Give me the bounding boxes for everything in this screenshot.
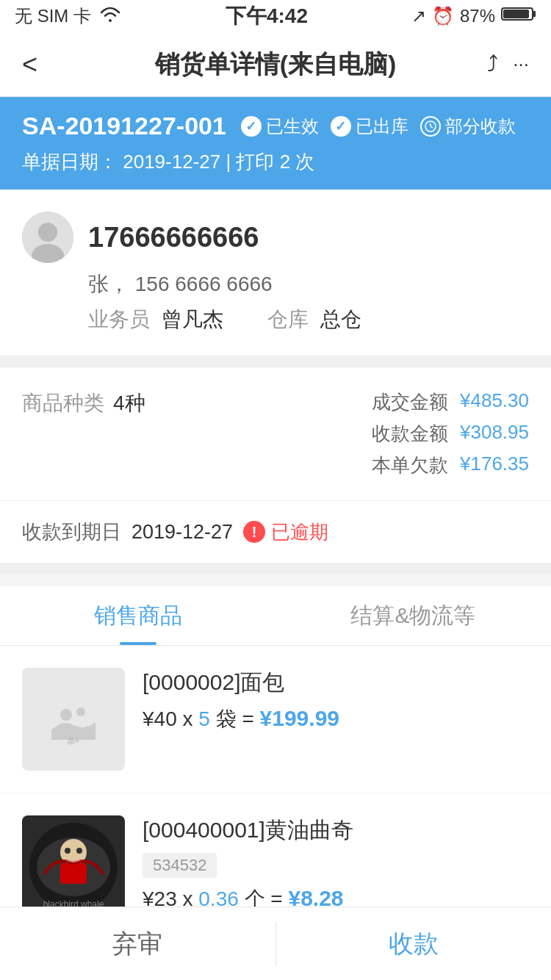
due-date-value: 2019-12-27 bbox=[132, 521, 233, 544]
category-count: 4种 bbox=[113, 389, 145, 417]
check-icon-2: ✓ bbox=[331, 116, 351, 137]
svg-point-10 bbox=[60, 709, 72, 721]
tab-settlement[interactable]: 结算&物流等 bbox=[276, 586, 551, 645]
summary-left: 商品种类 4种 bbox=[22, 389, 145, 417]
svg-line-5 bbox=[431, 126, 433, 128]
collect-payment-button[interactable]: 收款 bbox=[276, 907, 552, 980]
warehouse-info: 仓库 总仓 bbox=[267, 306, 361, 334]
product-image-placeholder-1: 晶+ bbox=[22, 668, 125, 771]
status-left: 无 SIM 卡 bbox=[15, 4, 122, 28]
customer-meta: 业务员 曾凡杰 仓库 总仓 bbox=[88, 306, 529, 334]
share-button[interactable]: ⤴ bbox=[487, 52, 498, 77]
debt-amount-row: 本单欠款 ¥176.35 bbox=[372, 453, 529, 478]
battery-label: 87% bbox=[460, 6, 495, 26]
product-name-2: [000400001]黄油曲奇 bbox=[143, 815, 529, 846]
svg-point-7 bbox=[38, 223, 57, 242]
product-price-1: ¥40 x 5 袋 = ¥199.99 bbox=[143, 705, 339, 733]
order-date: 2019-12-27 bbox=[123, 151, 220, 173]
carrier-label: 无 SIM 卡 bbox=[15, 4, 91, 28]
status-badge-1: ✓ 已生效 bbox=[241, 115, 319, 138]
more-button[interactable]: ··· bbox=[513, 53, 529, 76]
divider-1 bbox=[0, 356, 551, 367]
check-icon-1: ✓ bbox=[241, 116, 262, 137]
due-label: 收款到期日 bbox=[22, 519, 121, 545]
overdue-badge: ! 已逾期 bbox=[243, 519, 328, 545]
status-label-1: 已生效 bbox=[266, 115, 319, 138]
svg-point-19 bbox=[76, 848, 82, 854]
product-name-1: [0000002]面包 bbox=[143, 668, 529, 698]
debt-label: 本单欠款 bbox=[372, 453, 448, 478]
product-image-2: blackbird whale bbox=[22, 815, 125, 918]
svg-rect-17 bbox=[60, 863, 87, 884]
divider-2 bbox=[0, 563, 551, 574]
category-label: 商品种类 bbox=[22, 389, 104, 417]
collect-payment-label: 收款 bbox=[389, 927, 439, 961]
salesman-value: 曾凡杰 bbox=[162, 308, 223, 331]
nav-right-icons: ⤴ ··· bbox=[485, 52, 529, 77]
product-info-1: [0000002]面包 ¥40 x 5 袋 = ¥199.99 bbox=[143, 668, 529, 733]
customer-info: 张， 156 6666 6666 bbox=[88, 270, 529, 298]
bottom-bar: 弃审 收款 bbox=[0, 907, 551, 980]
print-info: | 打印 2 次 bbox=[226, 151, 314, 173]
clock-icon bbox=[420, 116, 441, 137]
abandon-review-button[interactable]: 弃审 bbox=[0, 907, 276, 980]
summary-row: 商品种类 4种 成交金额 ¥485.30 收款金额 ¥308.95 本单欠款 ¥… bbox=[22, 389, 529, 478]
debt-amount-value: ¥176.35 bbox=[460, 453, 529, 478]
customer-avatar bbox=[22, 212, 73, 263]
svg-text:晶+: 晶+ bbox=[68, 737, 79, 745]
status-badges: ✓ 已生效 ✓ 已出库 部分收款 bbox=[241, 115, 516, 138]
nav-bar: < 销货单详情(来自电脑) ⤴ ··· bbox=[0, 32, 551, 97]
warehouse-label: 仓库 bbox=[267, 308, 309, 331]
customer-top: 17666666666 bbox=[22, 212, 529, 263]
status-badge-2: ✓ 已出库 bbox=[331, 115, 408, 138]
customer-tel: 156 6666 6666 bbox=[135, 273, 273, 295]
product-price-row-1: ¥40 x 5 袋 = ¥199.99 bbox=[143, 705, 529, 733]
salesman-label: 业务员 bbox=[88, 308, 150, 331]
summary-right: 成交金额 ¥485.30 收款金额 ¥308.95 本单欠款 ¥176.35 bbox=[372, 389, 529, 478]
customer-section: 17666666666 张， 156 6666 6666 业务员 曾凡杰 仓库 … bbox=[0, 190, 551, 356]
deal-amount-label: 成交金额 bbox=[372, 389, 448, 415]
status-time: 下午4:42 bbox=[226, 2, 308, 30]
tabs: 销售商品 结算&物流等 bbox=[0, 586, 551, 645]
tabs-section: 销售商品 结算&物流等 bbox=[0, 586, 551, 646]
status-badge-3: 部分收款 bbox=[420, 115, 516, 138]
summary-section: 商品种类 4种 成交金额 ¥485.30 收款金额 ¥308.95 本单欠款 ¥… bbox=[0, 367, 551, 500]
abandon-review-label: 弃审 bbox=[112, 927, 162, 961]
product-badge-2: 534532 bbox=[143, 853, 217, 878]
order-id: SA-20191227-001 bbox=[22, 112, 226, 140]
alarm-icon: ⏰ bbox=[432, 6, 454, 26]
date-label: 单据日期： bbox=[22, 151, 118, 173]
status-bar: 无 SIM 卡 下午4:42 ↗ ⏰ 87% bbox=[0, 0, 551, 32]
svg-point-11 bbox=[76, 707, 85, 716]
status-label-3: 部分收款 bbox=[445, 115, 516, 138]
product-item-1: 晶+ [0000002]面包 ¥40 x 5 袋 = ¥199.99 bbox=[0, 646, 551, 793]
overdue-label: 已逾期 bbox=[271, 519, 328, 545]
product-list: 晶+ [0000002]面包 ¥40 x 5 袋 = ¥199.99 bbox=[0, 646, 551, 941]
product-image-1: 晶+ bbox=[22, 668, 125, 771]
svg-point-18 bbox=[65, 848, 71, 854]
tab-sales-products[interactable]: 销售商品 bbox=[0, 586, 276, 645]
warehouse-value: 总仓 bbox=[320, 308, 361, 331]
back-icon[interactable]: < bbox=[22, 49, 37, 80]
salesman-info: 业务员 曾凡杰 bbox=[88, 306, 223, 334]
product-total-1: ¥199.99 bbox=[260, 706, 339, 730]
battery-icon bbox=[501, 6, 536, 26]
banner-date: 单据日期： 2019-12-27 | 打印 2 次 bbox=[22, 149, 529, 175]
location-icon: ↗ bbox=[411, 6, 426, 26]
page-title: 销货单详情(来自电脑) bbox=[66, 48, 485, 82]
deal-amount-value: ¥485.30 bbox=[460, 389, 529, 415]
svg-rect-1 bbox=[533, 11, 536, 17]
due-section: 收款到期日 2019-12-27 ! 已逾期 bbox=[0, 500, 551, 563]
customer-phone: 17666666666 bbox=[88, 222, 259, 253]
back-button[interactable]: < bbox=[22, 49, 66, 80]
received-amount-value: ¥308.95 bbox=[460, 421, 529, 447]
status-label-2: 已出库 bbox=[356, 115, 408, 138]
tab-label-1: 结算&物流等 bbox=[350, 601, 475, 631]
status-right: ↗ ⏰ 87% bbox=[411, 6, 536, 26]
received-amount-row: 收款金额 ¥308.95 bbox=[372, 421, 529, 447]
received-label: 收款金额 bbox=[372, 421, 448, 447]
customer-name-text: 张 bbox=[88, 273, 109, 295]
wifi-icon bbox=[98, 6, 122, 26]
header-banner: SA-20191227-001 ✓ 已生效 ✓ 已出库 部分收款 bbox=[0, 97, 551, 190]
tab-label-0: 销售商品 bbox=[94, 601, 182, 631]
